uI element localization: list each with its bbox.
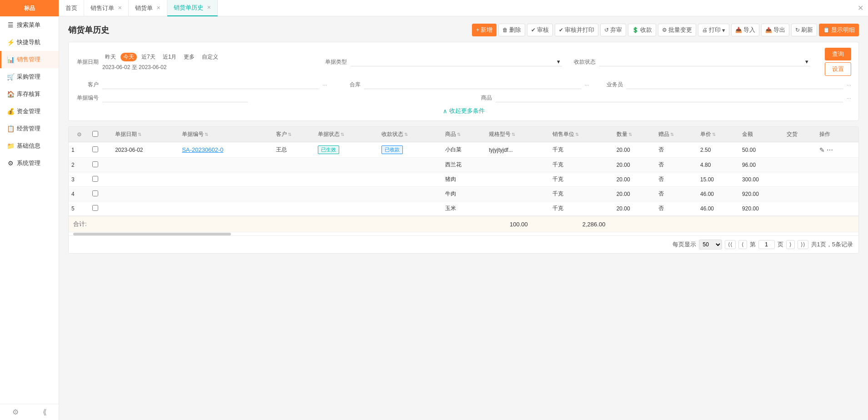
cell-unit: 千克 [550, 172, 613, 187]
prev-page-button[interactable]: ⟨ [738, 240, 747, 249]
filter-docno-input[interactable] [102, 94, 248, 102]
next-page-button[interactable]: ⟩ [786, 240, 795, 249]
audit-button[interactable]: ✔ 审核 [527, 24, 553, 36]
date-range: 2023-06-02 至 2023-06-02 [102, 64, 221, 71]
row-checkbox[interactable] [92, 161, 98, 167]
col-docstatus[interactable]: 单据状态⇅ [315, 127, 379, 142]
collapse-filter-btn[interactable]: ∧ 收起更多条件 [76, 107, 851, 115]
show-detail-button[interactable]: 📋 显示明细 [819, 24, 859, 36]
filter-paystatus-select[interactable]: ▾ [599, 57, 810, 66]
date-pill-7days[interactable]: 近7天 [139, 53, 158, 61]
date-pill-more[interactable]: 更多 [181, 53, 197, 61]
cell-seq: 3 [69, 172, 90, 187]
query-button[interactable]: 查询 [825, 48, 851, 60]
tabs-bar: 首页 销售订单 ✕ 销货单 ✕ 销货单历史 ✕ ✕ [59, 0, 868, 16]
filter-date-label: 单据日期 [76, 58, 99, 66]
filter-customer-input[interactable] [102, 80, 319, 89]
more-action-btn[interactable]: ⋯ [827, 146, 833, 154]
cell-spec [486, 201, 550, 216]
col-unit[interactable]: 销售单位⇅ [550, 127, 613, 142]
date-pill-1month[interactable]: 近1月 [160, 53, 180, 61]
audit-print-button[interactable]: ✔ 审核并打印 [555, 24, 598, 36]
sidebar-item-operations-mgmt[interactable]: 📋 经营管理 [0, 120, 59, 137]
date-pill-yesterday[interactable]: 昨天 [102, 53, 119, 61]
batch-change-button[interactable]: ⚙ 批量变更 [658, 24, 696, 36]
sidebar-settings-icon[interactable]: ⚙ [12, 408, 19, 416]
row-checkbox[interactable] [92, 176, 98, 182]
page-content: 销货单历史 + 新增 🗑 删除 ✔ 审核 ✔ 审核并打印 [59, 16, 868, 420]
purchase-mgmt-icon: 🛒 [7, 73, 14, 80]
sidebar-item-search-menu[interactable]: ☰ 搜索菜单 [0, 16, 59, 34]
row-checkbox[interactable] [92, 146, 98, 152]
tab-sales-order-close[interactable]: ✕ [118, 5, 122, 11]
row-checkbox[interactable] [92, 190, 98, 196]
sidebar-item-basic-info[interactable]: 📁 基础信息 [0, 137, 59, 155]
edit-action-btn[interactable]: ✎ [819, 146, 825, 154]
tab-home[interactable]: 首页 [59, 0, 84, 16]
sidebar-collapse-icon[interactable]: ⟪ [43, 408, 47, 416]
sidebar-item-inventory[interactable]: 🏠 库存核算 [0, 85, 59, 103]
cell-paystatus [379, 172, 442, 187]
show-detail-icon: 📋 [823, 27, 830, 33]
col-gift[interactable]: 赠品⇅ [656, 127, 697, 142]
print-button[interactable]: 🖨 打印 ▾ [698, 24, 729, 36]
per-page-select[interactable]: 50 100 200 [699, 240, 722, 250]
export-button[interactable]: 📤 导出 [761, 24, 789, 36]
tab-sales-history-close[interactable]: ✕ [207, 5, 211, 10]
tab-sales-history[interactable]: 销货单历史 ✕ [167, 0, 218, 16]
collapse-label: 收起更多条件 [449, 107, 485, 115]
sidebar-item-sales-mgmt[interactable]: 📊 销售管理 [0, 51, 59, 68]
abandon-button[interactable]: ↺ 弃审 [600, 24, 626, 36]
col-gear[interactable]: ⚙ [69, 127, 90, 142]
tab-sales-order[interactable]: 销售订单 ✕ [84, 0, 129, 16]
collect-button[interactable]: 💲 收款 [628, 24, 656, 36]
table-row: 4 牛肉 千克 20.00 否 46.00 920.00 [69, 187, 858, 201]
sidebar-item-system-mgmt[interactable]: ⚙ 系统管理 [0, 155, 59, 172]
col-paystatus[interactable]: 收款状态⇅ [379, 127, 442, 142]
sidebar-item-finance-mgmt[interactable]: 💰 资金管理 [0, 103, 59, 120]
refresh-button[interactable]: ↻ 刷新 [791, 24, 817, 36]
col-date[interactable]: 单据日期⇅ [112, 127, 179, 142]
sidebar-item-purchase-mgmt[interactable]: 🛒 采购管理 [0, 68, 59, 85]
date-pill-custom[interactable]: 自定义 [199, 53, 221, 61]
filter-warehouse-input[interactable] [364, 80, 581, 89]
filter-salesperson-label: 业务员 [600, 81, 623, 89]
page-input[interactable] [758, 240, 775, 249]
tab-sales-goods-close[interactable]: ✕ [156, 5, 161, 11]
horizontal-scrollbar[interactable] [69, 232, 858, 235]
filter-goods-dots[interactable]: ··· [847, 95, 851, 101]
filter-goods-input[interactable] [496, 94, 843, 102]
doc-no-link[interactable]: SA-20230602-0 [182, 146, 223, 153]
row-checkbox[interactable] [92, 205, 98, 211]
scrollbar-thumb[interactable] [73, 233, 231, 235]
sidebar-item-quick-nav[interactable]: ⚡ 快捷导航 [0, 34, 59, 51]
filter-doctype-select[interactable]: ▾ [351, 57, 562, 66]
last-page-button[interactable]: ⟩⟩ [798, 240, 808, 249]
col-goods[interactable]: 商品⇅ [442, 127, 486, 142]
col-unitprice[interactable]: 单价⇅ [697, 127, 739, 142]
filter-warehouse-dots[interactable]: ··· [585, 82, 589, 88]
filter-customer-dots[interactable]: ··· [322, 82, 327, 88]
import-button[interactable]: 📥 导入 [731, 24, 759, 36]
col-amount[interactable]: 金额 [739, 127, 784, 142]
settings-button[interactable]: 设置 [825, 62, 851, 76]
col-delivery[interactable]: 交货 [784, 127, 817, 142]
col-docno[interactable]: 单据编号⇅ [179, 127, 273, 142]
tab-sales-goods[interactable]: 销货单 ✕ [129, 0, 167, 16]
close-all-tabs[interactable]: ✕ [853, 4, 868, 12]
pay-status-badge: 已收款 [381, 145, 403, 154]
col-spec[interactable]: 规格型号⇅ [486, 127, 550, 142]
cell-check [90, 142, 112, 158]
date-pill-today[interactable]: 今天 [120, 53, 137, 61]
filter-salesperson-input[interactable] [627, 80, 843, 89]
select-all-checkbox[interactable] [92, 131, 98, 137]
import-icon: 📥 [735, 27, 742, 33]
date-pills: 昨天 今天 近7天 近1月 更多 自定义 [102, 53, 221, 61]
cell-gift: 否 [656, 158, 697, 172]
first-page-button[interactable]: ⟨⟨ [725, 240, 736, 249]
new-button[interactable]: + 新增 [472, 24, 497, 36]
delete-button[interactable]: 🗑 删除 [498, 24, 525, 36]
col-qty[interactable]: 数量⇅ [614, 127, 656, 142]
filter-salesperson-dots[interactable]: ··· [847, 82, 851, 88]
col-customer[interactable]: 客户⇅ [273, 127, 315, 142]
